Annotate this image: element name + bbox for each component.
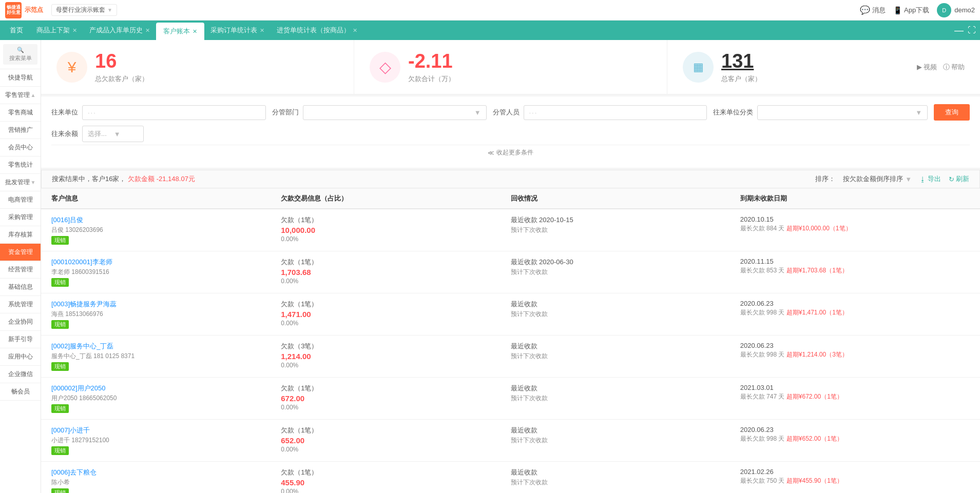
- sidebar-item-marketing[interactable]: 营销推广: [0, 122, 41, 139]
- sidebar-item-retail-mall[interactable]: 零售商城: [0, 104, 41, 122]
- user-menu[interactable]: D demo2: [937, 3, 975, 17]
- sidebar-item-basic-info[interactable]: 基础信息: [0, 279, 41, 296]
- tab-inbound-stats[interactable]: 进货单统计表（按商品） ✕: [271, 21, 363, 40]
- last-collection: 最近收款: [511, 342, 740, 351]
- debt-count: 欠款（1笔）: [281, 384, 510, 393]
- sidebar-item-enterprise[interactable]: 企业协同: [0, 313, 41, 331]
- customer-phone: 陈小希: [51, 478, 281, 487]
- col-overdue: 到期未收款日期: [740, 194, 970, 203]
- minimize-icon[interactable]: —: [954, 25, 964, 36]
- message-btn[interactable]: 💬 消息: [860, 5, 886, 15]
- sidebar-item-quick-nav[interactable]: 快捷导航: [0, 69, 41, 87]
- customer-name-link[interactable]: [0006]去下粮仓: [51, 468, 97, 476]
- ellipsis-icon: ···: [529, 109, 538, 116]
- sidebar-item-wechat[interactable]: 企业微信: [0, 366, 41, 383]
- sidebar-item-retail-mgmt[interactable]: 零售管理 ▲: [0, 87, 41, 104]
- table-row: [0007]小进千 小进千 18279152100 现销 欠款（1笔） 652.…: [41, 420, 980, 462]
- customer-phone: 小进千 18279152100: [51, 436, 281, 445]
- close-icon[interactable]: ✕: [72, 27, 77, 34]
- dept-filter: 分管部门 ▼: [272, 105, 487, 120]
- sidebar: 🔍 搜索菜单 快捷导航 零售管理 ▲ 零售商城 营销推广 会员中心 零售统计 批…: [0, 40, 41, 493]
- tab-home[interactable]: 首页: [3, 21, 30, 40]
- sidebar-item-system[interactable]: 系统管理: [0, 296, 41, 313]
- results-summary: 搜索结果中，客户16家， 欠款金额 -21,148.07元: [52, 174, 195, 184]
- close-icon[interactable]: ✕: [193, 28, 197, 35]
- sidebar-item-apps[interactable]: 应用中心: [0, 348, 41, 366]
- sidebar-item-wholesale[interactable]: 批发管理 ▼: [0, 174, 41, 191]
- close-icon[interactable]: ✕: [260, 27, 264, 34]
- sidebar-item-purchase[interactable]: 采购管理: [0, 209, 41, 226]
- maximize-icon[interactable]: ⛶: [968, 26, 976, 35]
- next-collection: 预计下次收款: [511, 478, 740, 487]
- unit-category-select[interactable]: ▼: [757, 105, 928, 120]
- app-download-btn[interactable]: 📱 App下载: [893, 6, 929, 15]
- debt-percent: 0.00%: [281, 278, 510, 285]
- overdue-days: 最长欠款 998 天 超期¥1,214.00（3笔）: [740, 350, 970, 359]
- sort-select[interactable]: 按欠款金额倒序排序 ▼: [843, 174, 912, 184]
- export-btn[interactable]: ⭳ 导出: [919, 174, 941, 184]
- collapse-filter-btn[interactable]: ≪ 收起更多条件: [51, 145, 970, 160]
- unit-category-filter: 往来单位分类 ▼: [713, 105, 928, 120]
- sidebar-item-operation[interactable]: 经营管理: [0, 261, 41, 279]
- sidebar-item-vip[interactable]: 畅会员: [0, 383, 41, 401]
- overdue-amount-link[interactable]: 超期¥1,214.00（3笔）: [786, 351, 848, 358]
- industry-selector[interactable]: 母婴行业演示账套 ▼: [51, 4, 117, 16]
- tab-products[interactable]: 商品上下架 ✕: [30, 21, 83, 40]
- source-unit-input[interactable]: ···: [82, 105, 266, 120]
- download-icon: 📱: [893, 6, 902, 14]
- manager-input[interactable]: ···: [524, 105, 707, 120]
- customer-tag: 现销: [51, 404, 69, 413]
- dropdown-arrow-icon: ▼: [107, 7, 112, 13]
- customer-name-link[interactable]: [0003]畅捷服务尹海蕊: [51, 300, 117, 308]
- debt-amount: 455.90: [281, 478, 510, 487]
- debt-total-value: -2.11: [408, 50, 455, 72]
- balance-select[interactable]: 选择... ▼: [82, 126, 144, 142]
- video-btn[interactable]: ▶ 视频: [917, 63, 937, 72]
- total-customers-icon: ▦: [683, 52, 714, 83]
- stats-row: ¥ 16 总欠款客户（家） ◇ -2.11 欠款合计（万） ▦ 131 总: [41, 40, 980, 94]
- overdue-date: 2020.06.23: [740, 342, 970, 349]
- overdue-days: 最长欠款 750 天 超期¥455.90（1笔）: [740, 477, 970, 485]
- customer-name-link[interactable]: [0002]服务中心_丁磊: [51, 342, 113, 350]
- sidebar-item-finance[interactable]: 资金管理: [0, 244, 41, 261]
- sidebar-item-retail-stats[interactable]: 零售统计: [0, 156, 41, 174]
- help-btn[interactable]: ⓘ 帮助: [943, 63, 965, 72]
- customer-name-link[interactable]: [000002]用户2050: [51, 384, 106, 392]
- sidebar-item-ecommerce[interactable]: 电商管理: [0, 191, 41, 209]
- dropdown-arrow-icon: ▼: [114, 130, 121, 138]
- overdue-amount-link[interactable]: 超期¥455.90（1笔）: [786, 477, 843, 484]
- overdue-amount-link[interactable]: 超期¥652.00（1笔）: [786, 435, 843, 442]
- table-row: [0001020001]李老师 李老师 18600391516 现销 欠款（1笔…: [41, 251, 980, 293]
- chevron-down-icon: ▼: [31, 180, 36, 185]
- sidebar-item-inventory[interactable]: 库存核算: [0, 226, 41, 244]
- customer-name-link[interactable]: [0016]吕俊: [51, 216, 83, 224]
- refresh-btn[interactable]: ↻ 刷新: [949, 174, 969, 184]
- table-header: 客户信息 欠款交易信息（占比） 回收情况 到期未收款日期: [41, 189, 980, 209]
- debt-amount: 652.00: [281, 436, 510, 445]
- customer-name-link[interactable]: [0007]小进千: [51, 426, 90, 434]
- sidebar-item-guide[interactable]: 新手引导: [0, 331, 41, 348]
- debt-total-label: 欠款合计（万）: [408, 74, 455, 84]
- close-icon[interactable]: ✕: [145, 27, 150, 34]
- customer-tag: 现销: [51, 446, 69, 455]
- customer-tag: 现销: [51, 362, 69, 371]
- overdue-amount-link[interactable]: 超期¥1,703.68（1笔）: [786, 267, 848, 274]
- overdue-days: 最长欠款 747 天 超期¥672.00（1笔）: [740, 392, 970, 401]
- dept-select[interactable]: ▼: [303, 105, 487, 120]
- overdue-days: 最长欠款 884 天 超期¥10,000.00（1笔）: [740, 224, 970, 233]
- sidebar-item-member[interactable]: 会员中心: [0, 139, 41, 156]
- tab-purchase-stats[interactable]: 采购订单统计表 ✕: [204, 21, 271, 40]
- next-collection: 预计下次收款: [511, 310, 740, 319]
- table-row: [0003]畅捷服务尹海蕊 海燕 18513066976 现销 欠款（1笔） 1…: [41, 293, 980, 336]
- overdue-amount-link[interactable]: 超期¥10,000.00（1笔）: [786, 225, 852, 232]
- debt-percent: 0.00%: [281, 362, 510, 369]
- overdue-amount-link[interactable]: 超期¥672.00（1笔）: [786, 393, 843, 400]
- tab-production[interactable]: 产成品入库单历史 ✕: [83, 21, 156, 40]
- overdue-amount-link[interactable]: 超期¥1,471.00（1笔）: [786, 309, 848, 316]
- customer-phone: 服务中心_丁磊 181 0125 8371: [51, 352, 281, 361]
- close-icon[interactable]: ✕: [353, 27, 357, 34]
- tab-customer-ledger[interactable]: 客户账本 ✕: [156, 23, 204, 40]
- customer-name-link[interactable]: [0001020001]李老师: [51, 258, 112, 266]
- search-menu-btn[interactable]: 🔍 搜索菜单: [0, 40, 41, 69]
- search-button[interactable]: 查询: [934, 104, 970, 121]
